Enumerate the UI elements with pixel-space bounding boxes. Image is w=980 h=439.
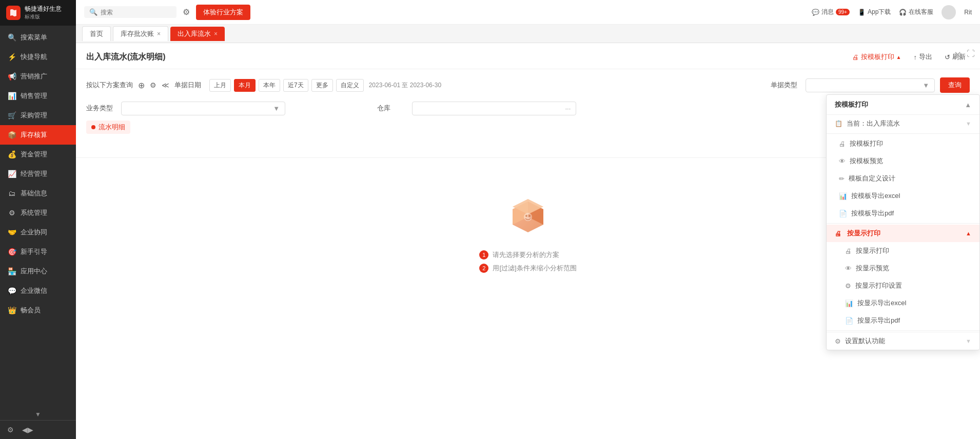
query-button[interactable]: 查询 [940,77,970,93]
tab-home[interactable]: 首页 [82,26,111,41]
printer-icon: 🖨 [852,53,859,61]
date-btn-custom[interactable]: 自定义 [336,79,364,92]
user-avatar [942,5,956,19]
search-input[interactable] [101,9,167,16]
sidebar-item-search[interactable]: 🔍 搜索菜单 [0,28,76,47]
dropdown-item-display-excel[interactable]: 📊 按显示导出excel [827,294,979,312]
svg-point-5 [525,215,527,217]
sidebar-item-basic[interactable]: 🗂 基础信息 [0,184,76,203]
member-icon: 👑 [7,306,16,314]
sidebar-item-quicknav[interactable]: ⚡ 快捷导航 [0,47,76,67]
display-excel-icon: 📊 [845,300,853,307]
divider-3 [827,330,979,331]
tab-flow[interactable]: 出入库流水 × [170,27,225,41]
date-btn-lastmonth[interactable]: 上月 [209,79,231,92]
dropdown-item-template-custom[interactable]: ✏ 模板自定义设计 [827,170,979,187]
sidebar-item-operation[interactable]: 📈 经营管理 [0,164,76,184]
voucher-type-select[interactable]: ▼ [806,78,935,92]
sidebar-item-inventory[interactable]: 📦 库存核算 [0,125,76,145]
dropdown-item-display-pdf[interactable]: 📄 按显示导出pdf [827,312,979,329]
sidebar-item-appstore[interactable]: 🏪 应用中心 [0,262,76,281]
logo: 畅捷通好生意 标准版 [0,0,76,26]
dropdown-item-display-print[interactable]: 🖨 按显示打印 [827,242,979,260]
sidebar-item-purchase[interactable]: 🛒 采购管理 [0,106,76,125]
display-excel-label: 按显示导出excel [857,298,906,308]
page-header-buttons: 🖨 按模板打印 ▲ ↑ 导出 ↺ 刷新 [848,50,970,64]
dropdown-item-display-preview[interactable]: 👁 按显示预览 [827,260,979,277]
export-button[interactable]: ↑ 导出 [910,50,937,64]
warehouse-field: 仓库 ··· [377,102,648,115]
template-pdf-label: 按模板导出pdf [851,209,894,218]
export-icon: ↑ [914,53,917,61]
divider-2 [827,223,979,224]
window-maximize-button[interactable]: ⛶ [967,49,975,58]
empty-tips: 1 请先选择要分析的方案 2 用[过滤]条件来缩小分析范围 [479,250,576,273]
warehouse-label: 仓库 [377,104,408,113]
current-icon: 📋 [835,120,842,127]
filter-add-icon[interactable]: ⊕ [138,81,145,90]
tab-flow-close[interactable]: × [214,30,218,37]
filter-gear-icon[interactable]: ⚙ [150,81,156,89]
collapse-footer-icon[interactable]: ◀▶ [22,426,33,434]
display-group-chevron: ▲ [966,230,971,236]
tab-batch-close[interactable]: × [157,30,161,37]
filter-tag: 流水明细 [86,121,130,134]
settings-footer-icon[interactable]: ⚙ [7,426,14,434]
filter-label: 按以下方案查询 [86,81,133,90]
scroll-down-arrow[interactable]: ▼ [35,411,41,418]
warehouse-select[interactable]: ··· [412,102,576,115]
date-btn-more[interactable]: 更多 [311,79,333,92]
sidebar: 畅捷通好生意 标准版 🔍 搜索菜单 ⚡ 快捷导航 📢 营销推广 📊 销售管理 🛒… [0,0,76,439]
date-btn-thisyear[interactable]: 本年 [259,79,280,92]
sidebar-item-sales[interactable]: 📊 销售管理 [0,86,76,106]
dropdown-item-template-excel[interactable]: 📊 按模板导出excel [827,187,979,205]
filter-collapse-icon[interactable]: ≪ [162,81,169,89]
tip-num-1: 1 [479,250,488,260]
content-wrapper: ✕ ⛶ 出入库流水(流水明细) 🖨 按模板打印 ▲ ↑ 导出 ↺ [76,43,980,439]
dropdown-item-display-settings[interactable]: ⚙ 按显示打印设置 [827,277,979,294]
dropdown-footer[interactable]: ⚙ 设置默认功能 ▼ [827,332,979,350]
sidebar-item-collab[interactable]: 🤝 企业协同 [0,223,76,242]
topbar-gear-icon[interactable]: ⚙ [183,7,190,17]
sidebar-item-member[interactable]: 👑 畅会员 [0,301,76,320]
filter-tag-label: 流水明细 [99,123,125,132]
filter-toolbar: 按以下方案查询 ⊕ ⚙ ≪ 单据日期 上月 本月 本年 近7天 [86,77,970,93]
sidebar-item-guide[interactable]: 🎯 新手引导 [0,242,76,262]
content-area: ✕ ⛶ 出入库流水(流水明细) 🖨 按模板打印 ▲ ↑ 导出 ↺ [76,43,980,439]
sidebar-item-marketing[interactable]: 📢 营销推广 [0,67,76,86]
tab-batch[interactable]: 库存批次账 × [113,26,168,41]
industry-solution-button[interactable]: 体验行业方案 [196,5,250,20]
dropdown-item-template-pdf[interactable]: 📄 按模板导出pdf [827,205,979,222]
template-print-icon: 🖨 [839,140,846,148]
dropdown-item-template-preview[interactable]: 👁 按模板预览 [827,152,979,170]
date-btn-thismonth[interactable]: 本月 [234,79,256,92]
sidebar-item-finance[interactable]: 💰 资金管理 [0,145,76,164]
display-preview-icon: 👁 [845,265,852,272]
page-title: 出入库流水(流水明细) [86,52,166,63]
template-preview-icon: 👁 [839,157,846,165]
sidebar-item-wechat[interactable]: 💬 企业微信 [0,281,76,301]
wechat-icon: 💬 [7,287,16,295]
purchase-icon: 🛒 [7,111,16,119]
sidebar-item-system[interactable]: ⚙ 系统管理 [0,203,76,223]
topbar-message[interactable]: 💬 消息 99+ [812,8,850,16]
window-close-button[interactable]: ✕ [954,49,962,61]
sidebar-menu: 🔍 搜索菜单 ⚡ 快捷导航 📢 营销推广 📊 销售管理 🛒 采购管理 📦 库存核… [0,26,76,409]
topbar-online-service[interactable]: 🎧 在线客服 [899,8,933,16]
dropdown-item-template-print[interactable]: 🖨 按模板打印 [827,135,979,152]
headset-icon: 🎧 [899,9,907,16]
dropdown-current[interactable]: 📋 当前：出入库流水 ▼ [827,115,979,132]
display-print-group-icon: 🖨 [835,230,843,237]
dropdown-display-print-group[interactable]: 🖨 按显示打印 ▲ [827,225,979,242]
dropdown-chevron-up[interactable]: ▲ [965,101,971,109]
topbar-app-download[interactable]: 📱 App下载 [858,8,891,16]
empty-tip-1: 1 请先选择要分析的方案 [479,250,576,260]
business-type-label: 业务类型 [86,104,117,113]
date-btn-7days[interactable]: 近7天 [283,79,308,92]
topbar: 🔍 ⚙ 体验行业方案 💬 消息 99+ 📱 App下载 🎧 在线客服 Rit [76,0,980,25]
print-template-button[interactable]: 🖨 按模板打印 ▲ [848,50,906,64]
business-type-select[interactable]: ▼ [121,102,285,115]
message-icon: 💬 [812,9,819,16]
topbar-search-box: 🔍 [84,6,177,18]
date-filter-options: 上月 本月 本年 近7天 更多 自定义 2023-06-01 至 2023-06… [209,79,760,92]
